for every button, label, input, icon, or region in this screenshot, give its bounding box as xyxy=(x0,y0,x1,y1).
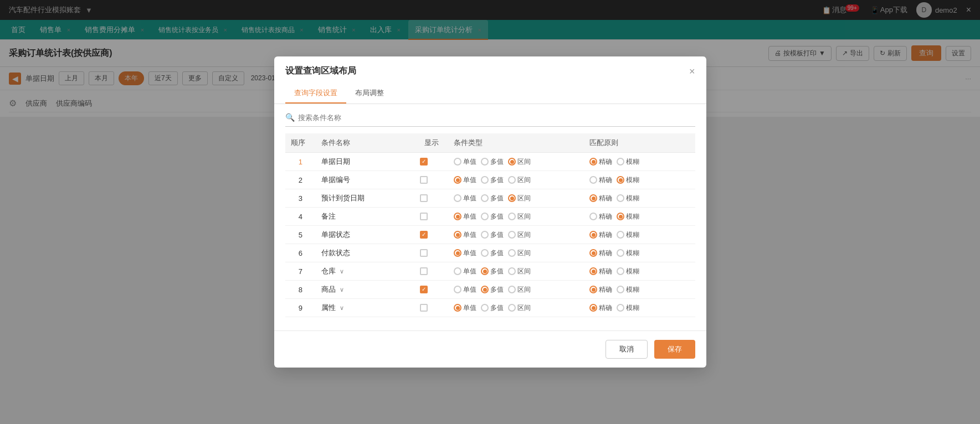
modal-overlay: 设置查询区域布局 × 查询字段设置 布局调整 🔍 xyxy=(0,0,980,117)
search-bar: 🔍 xyxy=(285,113,695,117)
modal-body: 🔍 顺序 条件名称 显示 条件类型 匹配原则 xyxy=(274,104,706,117)
modal-header: 设置查询区域布局 × xyxy=(274,56,706,77)
search-input[interactable] xyxy=(298,113,695,117)
modal-close-button[interactable]: × xyxy=(689,66,695,76)
modal-title: 设置查询区域布局 xyxy=(285,65,356,77)
modal-tab-layout[interactable]: 布局调整 xyxy=(346,84,393,104)
modal-tabs: 查询字段设置 布局调整 xyxy=(274,84,706,104)
settings-modal: 设置查询区域布局 × 查询字段设置 布局调整 🔍 xyxy=(274,56,706,117)
modal-tab-query-fields[interactable]: 查询字段设置 xyxy=(285,84,346,104)
search-icon: 🔍 xyxy=(285,113,295,117)
